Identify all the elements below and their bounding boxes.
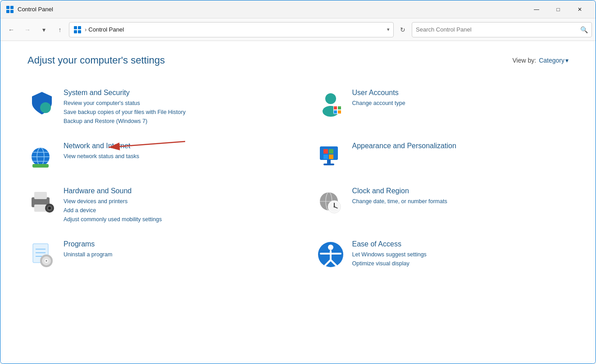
programs-icon <box>27 240 56 269</box>
up-button[interactable]: ↑ <box>53 23 67 37</box>
svg-rect-30 <box>323 164 334 165</box>
network-icon <box>27 142 56 171</box>
minimize-button[interactable]: — <box>526 3 547 16</box>
system-security-link-1[interactable]: Review your computer's status <box>64 99 280 108</box>
user-accounts-link-1[interactable]: Change account type <box>352 99 569 108</box>
ease-icon <box>316 240 345 269</box>
appearance-title[interactable]: Appearance and Personalization <box>352 142 569 150</box>
address-bar: ← → ▾ ↑ › Control Panel ▾ ↻ <box>0 18 596 41</box>
viewby-arrow-icon: ▾ <box>565 57 569 64</box>
hardware-text: Hardware and Sound View devices and prin… <box>64 187 280 224</box>
category-item-programs[interactable]: Programs Uninstall a program <box>27 232 280 277</box>
svg-point-53 <box>45 260 47 262</box>
address-chevron-icon: ▾ <box>387 27 390 32</box>
back-button[interactable]: ← <box>4 23 18 37</box>
system-security-title[interactable]: System and Security <box>64 89 280 97</box>
breadcrumb-text: Control Panel <box>88 26 387 33</box>
category-item-appearance[interactable]: Appearance and Personalization <box>316 134 569 179</box>
search-icon: 🔍 <box>580 26 588 33</box>
programs-text: Programs Uninstall a program <box>64 240 280 259</box>
main-content: Adjust your computer's settings View by:… <box>0 41 596 364</box>
breadcrumb-separator: › <box>85 26 86 33</box>
network-link-1[interactable]: View network status and tasks <box>64 152 280 161</box>
appearance-text: Appearance and Personalization <box>352 142 569 152</box>
hardware-link-2[interactable]: Add a device <box>64 206 280 215</box>
title-bar-controls: — □ ✕ <box>526 3 590 16</box>
user-accounts-icon <box>316 89 345 118</box>
svg-point-9 <box>325 93 336 104</box>
dropdown-button[interactable]: ▾ <box>36 23 51 37</box>
title-bar: Control Panel — □ ✕ <box>0 0 596 18</box>
maximize-button[interactable]: □ <box>548 3 569 16</box>
svg-rect-14 <box>334 110 337 114</box>
svg-rect-12 <box>334 106 337 109</box>
clock-icon <box>316 187 345 216</box>
page-title: Adjust your computer's settings <box>27 55 165 66</box>
network-title[interactable]: Network and Internet <box>64 142 280 150</box>
svg-point-36 <box>48 207 51 209</box>
programs-link-1[interactable]: Uninstall a program <box>64 250 280 259</box>
app-icon <box>6 5 14 14</box>
category-item-clock[interactable]: Clock and Region Change date, time, or n… <box>316 179 569 232</box>
category-item-ease[interactable]: Ease of Access Let Windows suggest setti… <box>316 232 569 277</box>
clock-text: Clock and Region Change date, time, or n… <box>352 187 569 206</box>
hardware-title[interactable]: Hardware and Sound <box>64 187 280 195</box>
user-accounts-text: User Accounts Change account type <box>352 89 569 108</box>
dropdown-icon: ▾ <box>42 26 45 33</box>
svg-rect-1 <box>10 6 14 9</box>
address-field[interactable]: › Control Panel ▾ <box>69 22 394 37</box>
window-title: Control Panel <box>18 6 526 13</box>
forward-icon: → <box>24 26 31 33</box>
search-input[interactable] <box>416 26 580 33</box>
svg-rect-13 <box>338 106 341 109</box>
category-item-user-accounts[interactable]: User Accounts Change account type <box>316 81 569 134</box>
viewby-value-text: Category <box>539 57 564 64</box>
svg-rect-26 <box>329 149 333 154</box>
clock-title[interactable]: Clock and Region <box>352 187 569 195</box>
category-item-hardware[interactable]: Hardware and Sound View devices and prin… <box>27 179 280 232</box>
svg-rect-32 <box>34 192 47 199</box>
forward-button[interactable]: → <box>20 23 35 37</box>
close-button[interactable]: ✕ <box>569 3 590 16</box>
search-box[interactable]: 🔍 <box>412 22 592 37</box>
refresh-icon: ↻ <box>400 26 405 33</box>
svg-rect-2 <box>6 10 9 13</box>
viewby-dropdown[interactable]: Category ▾ <box>539 57 569 64</box>
svg-rect-5 <box>78 26 81 29</box>
hardware-link-3[interactable]: Adjust commonly used mobility settings <box>64 215 280 224</box>
svg-rect-4 <box>74 26 77 29</box>
svg-rect-25 <box>323 149 328 154</box>
category-item-network[interactable]: Network and Internet View network status… <box>27 134 280 179</box>
system-security-icon <box>27 89 56 118</box>
system-security-link-3[interactable]: Backup and Restore (Windows 7) <box>64 117 280 126</box>
up-icon: ↑ <box>59 26 62 33</box>
user-accounts-title[interactable]: User Accounts <box>352 89 569 97</box>
svg-rect-21 <box>32 164 49 168</box>
svg-rect-7 <box>78 30 81 33</box>
ease-link-2[interactable]: Optimize visual display <box>352 259 569 268</box>
svg-rect-15 <box>338 110 341 114</box>
svg-rect-0 <box>6 6 9 9</box>
window: Control Panel — □ ✕ ← → ▾ ↑ <box>0 0 596 364</box>
viewby-label: View by: <box>513 57 537 64</box>
clock-link-1[interactable]: Change date, time, or number formats <box>352 197 569 206</box>
address-icon <box>73 25 82 34</box>
page-header: Adjust your computer's settings View by:… <box>27 55 569 66</box>
system-security-link-2[interactable]: Save backup copies of your files with Fi… <box>64 108 280 117</box>
svg-rect-6 <box>74 30 77 33</box>
svg-rect-29 <box>327 160 331 164</box>
svg-point-55 <box>328 245 333 250</box>
refresh-button[interactable]: ↻ <box>396 23 410 37</box>
hardware-link-1[interactable]: View devices and printers <box>64 197 280 206</box>
appearance-icon <box>316 142 345 171</box>
view-by: View by: Category ▾ <box>513 57 569 64</box>
category-item-system-security[interactable]: System and Security Review your computer… <box>27 81 280 134</box>
ease-text: Ease of Access Let Windows suggest setti… <box>352 240 569 268</box>
svg-rect-28 <box>329 155 333 159</box>
ease-title[interactable]: Ease of Access <box>352 240 569 248</box>
svg-point-8 <box>40 102 51 113</box>
svg-point-44 <box>333 206 335 208</box>
ease-link-1[interactable]: Let Windows suggest settings <box>352 250 569 259</box>
programs-title[interactable]: Programs <box>64 240 280 248</box>
svg-rect-33 <box>34 205 47 212</box>
